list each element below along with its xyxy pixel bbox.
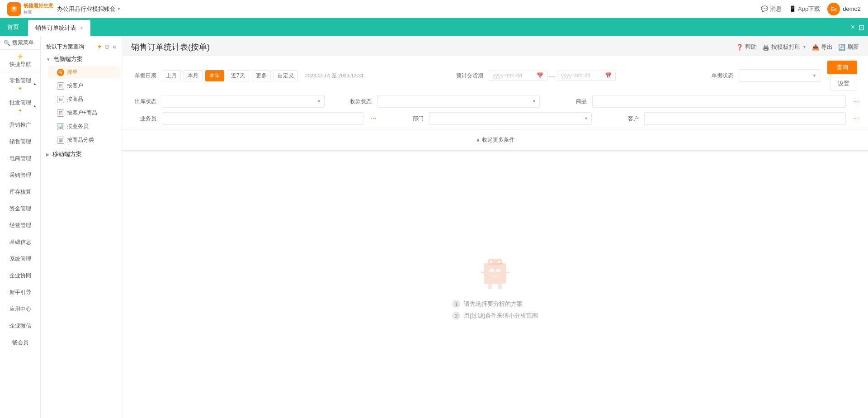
- customer-input[interactable]: [644, 112, 846, 125]
- refresh-button[interactable]: 🔄 刷新: [838, 43, 859, 51]
- salesman-input[interactable]: [162, 112, 363, 125]
- main-layout: 🔍 搜索菜单 ⚡ 快捷导航 零售管理 ▲ 批发管理 ▲ 营销推广 销售管理 电商…: [0, 36, 868, 418]
- sidebar-section: 零售管理 ▲ 批发管理 ▲ 营销推广 销售管理 电商管理 采购管理 库存核算: [0, 72, 40, 351]
- date-custom-button[interactable]: 自定义: [274, 70, 298, 81]
- date-range-text: 2023-01-01 至 2023-12-31: [305, 72, 364, 79]
- filter-row-3: 业务员 ··· 部门 客户 ···: [131, 112, 859, 125]
- page-header-actions: ❓ 帮助 🖨️ 按模板打印 ▼ 📤 导出 🔄 刷新: [736, 43, 859, 51]
- settings-scheme-button[interactable]: ⊙: [104, 43, 110, 50]
- collapse-panel-button[interactable]: «: [113, 43, 116, 50]
- sidebar-item-sales[interactable]: 销售管理: [0, 133, 40, 150]
- sidebar-item-ecommerce[interactable]: 电商管理: [0, 150, 40, 167]
- sidebar-item-basic[interactable]: 基础信息: [0, 234, 40, 251]
- doc-status-select[interactable]: [739, 69, 820, 82]
- expected-date-end-input[interactable]: yyyy-mm-dd 📅: [557, 71, 616, 81]
- ship-status-select[interactable]: [162, 95, 325, 108]
- tab-home[interactable]: 首页: [0, 18, 26, 36]
- ship-status-select-wrap: [162, 95, 325, 108]
- page-header: 销售订单统计表(按单) ❓ 帮助 🖨️ 按模板打印 ▼ 📤 导出: [122, 36, 868, 56]
- template-print-button[interactable]: 🖨️ 按模板打印 ▼: [762, 43, 807, 51]
- query-button[interactable]: 查询: [827, 61, 857, 74]
- customer-more-icon[interactable]: ···: [853, 114, 859, 123]
- filter-wrap: 单据日期 上月 本月 本年 近7天 更多 自定义 2023-01-01 至 20…: [122, 56, 868, 151]
- scheme-item-by-order[interactable]: 按 按单: [48, 66, 120, 79]
- app-download-button[interactable]: 📱 App下载: [789, 5, 820, 13]
- calendar-start-icon: 📅: [537, 72, 543, 79]
- sidebar-item-member[interactable]: 畅会员: [0, 334, 40, 351]
- svg-rect-4: [490, 269, 494, 272]
- sidebar-item-quick-nav[interactable]: ⚡ 快捷导航: [0, 50, 40, 72]
- hint-1-text: 请先选择要分析的方案: [464, 300, 523, 308]
- mobile-category-arrow-icon: ▶: [46, 152, 50, 157]
- sidebar-item-enterprise[interactable]: 企业协同: [0, 267, 40, 284]
- scheme-icon-goods-category: ▦: [57, 137, 64, 144]
- collapse-filter-button[interactable]: ∧ 收起更多条件: [122, 133, 868, 147]
- expected-date-inputs: yyyy-mm-dd 📅 — yyyy-mm-dd 📅: [489, 71, 616, 81]
- receive-status-select[interactable]: [377, 95, 540, 108]
- date-this-year-button[interactable]: 本年: [205, 70, 224, 81]
- sidebar-item-finance[interactable]: 资金管理: [0, 200, 40, 217]
- date-last7-button[interactable]: 近7天: [227, 70, 249, 81]
- sidebar-item-operation[interactable]: 经营管理: [0, 217, 40, 234]
- goods-input[interactable]: [592, 95, 846, 108]
- sidebar-item-purchase[interactable]: 采购管理: [0, 167, 40, 184]
- scheme-item-by-customer[interactable]: ⊞ 按客户: [48, 79, 120, 92]
- settings-button[interactable]: 设置: [830, 77, 857, 90]
- sidebar-item-retail[interactable]: 零售管理 ▲: [0, 72, 40, 95]
- svg-point-3: [498, 261, 500, 263]
- print-icon: 🖨️: [762, 44, 769, 51]
- content-area: 按以下方案查询 + ⊙ « ▼ 电脑端方案 按 按单 ⊞ 按: [41, 36, 868, 418]
- message-icon: 💬: [761, 5, 768, 12]
- empty-illustration: [472, 247, 518, 293]
- scheme-icon-goods: ⊞: [57, 96, 64, 103]
- top-bar: 畅捷通好生意 标账 办公用品行业模拟账套 ▾ 💬 消息 📱 App下载 Ea d…: [0, 0, 868, 18]
- tab-maximize-icon[interactable]: ⊡: [859, 23, 864, 32]
- hint-1-number: 1: [452, 300, 460, 308]
- app-title[interactable]: 办公用品行业模拟账套 ▾: [57, 5, 120, 13]
- expected-date-start-input[interactable]: yyyy-mm-dd 📅: [489, 71, 547, 81]
- date-more-button[interactable]: 更多: [252, 70, 271, 81]
- receive-status-label: 收款状态: [346, 98, 372, 105]
- sidebar-item-wholesale[interactable]: 批发管理 ▲: [0, 95, 40, 117]
- department-label: 部门: [398, 115, 424, 123]
- sidebar-item-marketing[interactable]: 营销推广: [0, 117, 40, 133]
- sidebar-item-wechat[interactable]: 企业微信: [0, 318, 40, 334]
- scheme-item-by-goods-category[interactable]: ▦ 按商品分类: [48, 133, 120, 147]
- svg-rect-5: [496, 269, 500, 272]
- add-scheme-button[interactable]: +: [98, 43, 102, 51]
- export-button[interactable]: 📤 导出: [812, 43, 833, 51]
- date-this-month-button[interactable]: 本月: [184, 70, 203, 81]
- sidebar-item-system[interactable]: 系统管理: [0, 251, 40, 267]
- receive-status-select-wrap: [377, 95, 540, 108]
- svg-rect-8: [488, 284, 492, 289]
- empty-hint-1: 1 请先选择要分析的方案: [452, 300, 538, 308]
- svg-rect-0: [484, 263, 506, 284]
- department-select[interactable]: [429, 112, 592, 125]
- message-button[interactable]: 💬 消息: [761, 5, 782, 13]
- scheme-item-by-salesman[interactable]: 📊 按业务员: [48, 120, 120, 133]
- mobile-category[interactable]: ▶ 移动端方案: [41, 148, 122, 160]
- department-select-wrap: [429, 112, 592, 125]
- pc-category[interactable]: ▼ 电脑端方案: [41, 53, 122, 65]
- scheme-item-by-goods[interactable]: ⊞ 按商品: [48, 93, 120, 106]
- goods-more-icon[interactable]: ···: [853, 97, 859, 105]
- date-last-month-button[interactable]: 上月: [162, 70, 181, 81]
- app-title-arrow-icon: ▾: [118, 6, 120, 12]
- tab-close-icon[interactable]: ×: [80, 25, 83, 31]
- calendar-end-icon: 📅: [605, 72, 612, 79]
- user-area[interactable]: Ea demo2: [827, 3, 861, 15]
- tab-sales-order-stats[interactable]: 销售订单统计表 ×: [28, 20, 90, 36]
- sidebar: 🔍 搜索菜单 ⚡ 快捷导航 零售管理 ▲ 批发管理 ▲ 营销推广 销售管理 电商…: [0, 36, 41, 418]
- sidebar-item-appstore[interactable]: 应用中心: [0, 301, 40, 318]
- sidebar-item-newbie[interactable]: 新手引导: [0, 284, 40, 301]
- tab-minimize-icon[interactable]: ×: [851, 23, 855, 32]
- scheme-item-by-customer-goods[interactable]: ⊞ 按客户+商品: [48, 106, 120, 119]
- mobile-category-label: 移动端方案: [52, 150, 82, 158]
- salesman-more-icon[interactable]: ···: [371, 114, 377, 123]
- search-menu-button[interactable]: 🔍 搜索菜单: [0, 36, 40, 50]
- top-bar-right: 💬 消息 📱 App下载 Ea demo2: [761, 3, 861, 15]
- query-btn-area: 查询 设置: [826, 61, 859, 90]
- sidebar-item-inventory[interactable]: 库存核算: [0, 184, 40, 200]
- user-name: demo2: [843, 5, 861, 12]
- help-button[interactable]: ❓ 帮助: [736, 43, 757, 51]
